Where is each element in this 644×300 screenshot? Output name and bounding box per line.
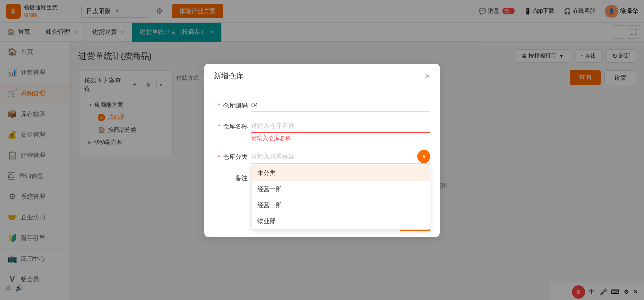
chevron-up-icon: ∧ bbox=[422, 153, 426, 160]
category-option-uncategorized[interactable]: 未分类 bbox=[252, 165, 430, 181]
category-input-row: ∧ bbox=[251, 150, 430, 164]
name-field-row: * 仓库名称 请输入仓库名称 bbox=[214, 119, 430, 142]
name-field: 请输入仓库名称 bbox=[251, 119, 430, 142]
category-option-dept2[interactable]: 经营二部 bbox=[252, 197, 430, 213]
category-option-property[interactable]: 物业部 bbox=[252, 213, 430, 229]
code-field bbox=[251, 99, 430, 112]
category-dropdown-toggle[interactable]: ∧ bbox=[417, 150, 430, 163]
category-option-dept1[interactable]: 经营一部 bbox=[252, 181, 430, 197]
category-input[interactable] bbox=[251, 150, 417, 163]
new-warehouse-modal: 新增仓库 ✕ * 仓库编码 * 仓库名称 bbox=[204, 64, 440, 237]
code-label: * 仓库编码 bbox=[214, 99, 251, 110]
remark-label: 备注 bbox=[214, 171, 251, 183]
category-dropdown-menu: 未分类 经营一部 经营二部 物业部 bbox=[251, 165, 430, 230]
modal-overlay[interactable]: 新增仓库 ✕ * 仓库编码 * 仓库名称 bbox=[0, 0, 644, 300]
modal-close-button[interactable]: ✕ bbox=[424, 72, 430, 81]
category-label: * 仓库分类 bbox=[214, 150, 251, 161]
name-label: * 仓库名称 bbox=[214, 119, 251, 131]
category-field-row: * 仓库分类 ∧ 未分类 经营一部 经营二部 物业部 bbox=[214, 150, 430, 164]
modal-header: 新增仓库 ✕ bbox=[204, 64, 440, 89]
code-field-row: * 仓库编码 bbox=[214, 99, 430, 112]
modal-body: * 仓库编码 * 仓库名称 请输入仓库名称 bbox=[204, 89, 440, 210]
name-error-message: 请输入仓库名称 bbox=[251, 134, 430, 142]
name-input[interactable] bbox=[251, 119, 430, 133]
modal-title: 新增仓库 bbox=[214, 71, 244, 81]
category-field: ∧ 未分类 经营一部 经营二部 物业部 bbox=[251, 150, 430, 164]
code-input[interactable] bbox=[251, 99, 430, 112]
